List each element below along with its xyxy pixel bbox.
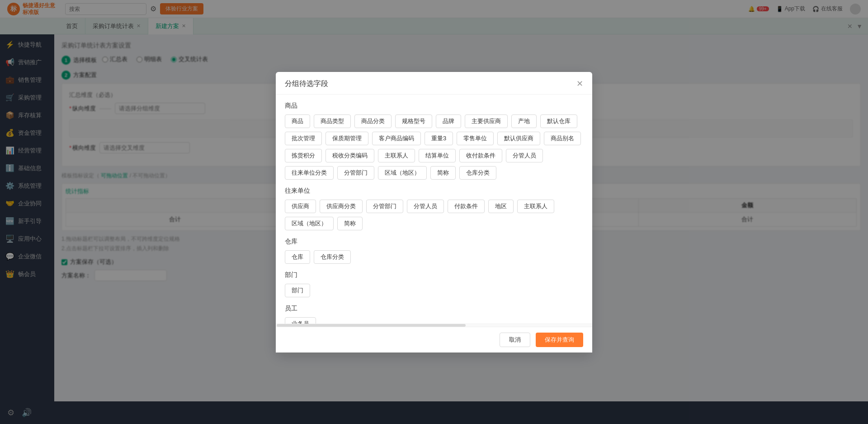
section-title-3: 部门	[285, 271, 583, 279]
cancel-btn[interactable]: 取消	[500, 333, 530, 347]
field-tag-0-0[interactable]: 商品	[285, 114, 310, 128]
field-tag-2-1[interactable]: 仓库分类	[314, 250, 351, 264]
field-tag-4-0[interactable]: 业务员	[285, 317, 316, 324]
modal-body: 商品商品商品类型商品分类规格型号品牌主要供应商产地默认仓库批次管理保质期管理客户…	[276, 95, 592, 324]
field-tag-0-15[interactable]: 拣货积分	[285, 149, 322, 162]
modal: 分组待选字段 ✕ 商品商品商品类型商品分类规格型号品牌主要供应商产地默认仓库批次…	[276, 72, 592, 353]
field-tag-0-25[interactable]: 仓库分类	[459, 166, 496, 180]
field-tag-1-7[interactable]: 区域（地区）	[285, 217, 334, 230]
field-tag-0-9[interactable]: 保质期管理	[326, 132, 368, 145]
field-tag-0-4[interactable]: 品牌	[436, 114, 461, 128]
field-tag-0-17[interactable]: 主联系人	[378, 149, 415, 162]
field-tag-1-6[interactable]: 主联系人	[517, 200, 554, 213]
field-grid-3: 部门	[285, 284, 583, 297]
modal-title: 分组待选字段	[285, 79, 328, 89]
field-tag-2-0[interactable]: 仓库	[285, 250, 310, 264]
field-tag-0-20[interactable]: 分管人员	[506, 149, 543, 162]
field-tag-0-14[interactable]: 商品别名	[544, 132, 581, 145]
section-title-4: 员工	[285, 305, 583, 313]
field-grid-4: 业务员	[285, 317, 583, 324]
section-title-1: 往来单位	[285, 187, 583, 195]
field-tag-0-22[interactable]: 分管部门	[337, 166, 374, 180]
modal-footer: 取消 保存并查询	[276, 327, 592, 353]
field-tag-1-4[interactable]: 付款条件	[448, 200, 485, 213]
field-grid-1: 供应商供应商分类分管部门分管人员付款条件地区主联系人区域（地区）简称	[285, 200, 583, 230]
field-tag-0-3[interactable]: 规格型号	[395, 114, 432, 128]
section-title-2: 仓库	[285, 238, 583, 246]
field-tag-1-1[interactable]: 供应商分类	[320, 200, 363, 213]
modal-close-btn[interactable]: ✕	[576, 80, 583, 88]
field-tag-1-2[interactable]: 分管部门	[366, 200, 403, 213]
field-tag-0-21[interactable]: 往来单位分类	[285, 166, 334, 180]
field-tag-1-0[interactable]: 供应商	[285, 200, 316, 213]
field-tag-0-10[interactable]: 客户商品编码	[372, 132, 421, 145]
field-tag-0-5[interactable]: 主要供应商	[465, 114, 508, 128]
field-tag-0-24[interactable]: 简称	[430, 166, 456, 180]
field-tag-0-11[interactable]: 重量3	[425, 132, 453, 145]
field-tag-1-3[interactable]: 分管人员	[407, 200, 444, 213]
confirm-btn[interactable]: 保存并查询	[536, 333, 583, 347]
field-tag-0-16[interactable]: 税收分类编码	[326, 149, 374, 162]
field-tag-0-2[interactable]: 商品分类	[354, 114, 392, 128]
field-tag-0-23[interactable]: 区域（地区）	[378, 166, 427, 180]
field-tag-0-7[interactable]: 默认仓库	[540, 114, 577, 128]
field-grid-2: 仓库仓库分类	[285, 250, 583, 264]
field-tag-0-19[interactable]: 收付款条件	[459, 149, 502, 162]
section-title-0: 商品	[285, 102, 583, 110]
field-tag-0-12[interactable]: 零售单位	[457, 132, 494, 145]
field-tag-3-0[interactable]: 部门	[285, 284, 310, 297]
modal-hscroll	[276, 324, 592, 327]
field-tag-0-6[interactable]: 产地	[511, 114, 537, 128]
field-grid-0: 商品商品类型商品分类规格型号品牌主要供应商产地默认仓库批次管理保质期管理客户商品…	[285, 114, 583, 180]
field-tag-0-8[interactable]: 批次管理	[285, 132, 322, 145]
field-tag-1-8[interactable]: 简称	[337, 217, 363, 230]
field-tag-1-5[interactable]: 地区	[488, 200, 514, 213]
field-tag-0-13[interactable]: 默认供应商	[497, 132, 540, 145]
field-tag-0-1[interactable]: 商品类型	[314, 114, 351, 128]
field-tag-0-18[interactable]: 结算单位	[419, 149, 456, 162]
modal-header: 分组待选字段 ✕	[276, 72, 592, 95]
modal-overlay: 分组待选字段 ✕ 商品商品商品类型商品分类规格型号品牌主要供应商产地默认仓库批次…	[0, 0, 868, 424]
